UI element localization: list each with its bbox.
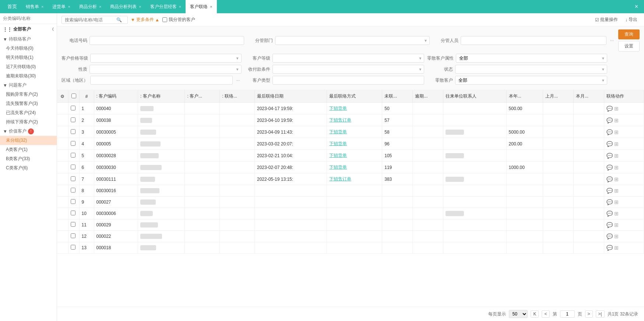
message-icon[interactable]: 💬 xyxy=(606,199,613,205)
filter-price-level-select[interactable] xyxy=(90,54,242,63)
message-icon[interactable]: 💬 xyxy=(606,245,613,251)
sidebar-item-tomorrow[interactable]: 明天待联络(1) xyxy=(0,53,57,62)
select-all-checkbox[interactable] xyxy=(71,94,76,98)
tab-customer-segment[interactable]: 客户分层经客 × xyxy=(146,0,186,13)
my-customers-check[interactable] xyxy=(162,17,167,22)
tab-product-analysis[interactable]: 商品分析 × xyxy=(75,0,106,13)
search-icon[interactable]: 🔍 xyxy=(116,17,122,22)
menu-icon[interactable]: ⊞ xyxy=(614,199,619,205)
close-product-analysis-list-tab[interactable]: × xyxy=(139,4,141,9)
page-input[interactable] xyxy=(560,310,575,318)
menu-icon[interactable]: ⊞ xyxy=(614,233,619,239)
filter-nature-select[interactable] xyxy=(89,65,242,74)
sidebar-item-abnormal[interactable]: 囤购异常客户(2) xyxy=(0,90,57,99)
row-checkbox[interactable] xyxy=(68,173,79,185)
filter-manager-input[interactable] xyxy=(461,36,606,45)
filter-region-dots[interactable]: ··· xyxy=(235,78,242,83)
sidebar-item-class-b[interactable]: B类客户(33) xyxy=(0,154,57,163)
sidebar-search-input[interactable] xyxy=(3,16,57,21)
col-checkbox[interactable] xyxy=(68,90,79,103)
reset-button[interactable]: 设置 xyxy=(618,41,640,52)
batch-operation-btn[interactable]: ☑ 批量操作 xyxy=(593,15,620,24)
message-icon[interactable]: 💬 xyxy=(606,176,613,182)
sidebar-problem-customers-group[interactable]: ▼ 问题客户 xyxy=(0,81,57,90)
row-checkbox[interactable] xyxy=(68,208,79,219)
menu-icon[interactable]: ⊞ xyxy=(614,211,619,216)
message-icon[interactable]: 💬 xyxy=(606,188,613,194)
filter-manager-dots[interactable]: ··· xyxy=(609,38,615,43)
row-checkbox[interactable] xyxy=(68,219,79,231)
menu-icon[interactable]: ⊞ xyxy=(614,188,619,194)
menu-icon[interactable]: ⊞ xyxy=(614,117,619,123)
filter-dept-select[interactable] xyxy=(275,36,430,45)
menu-icon[interactable]: ⊞ xyxy=(614,106,619,112)
row-checkbox[interactable] xyxy=(68,103,79,114)
query-button[interactable]: 查询 xyxy=(618,29,640,39)
sidebar-item-7days[interactable]: 近7天待联络(0) xyxy=(0,62,57,71)
close-purchase-tab[interactable]: × xyxy=(68,4,70,9)
filter-status-select[interactable] xyxy=(455,65,607,74)
filter-customer-level-select[interactable] xyxy=(272,54,425,63)
row-checkbox[interactable] xyxy=(68,126,79,138)
filter-customer-type-input[interactable] xyxy=(272,76,425,85)
row-checkbox[interactable] xyxy=(68,197,79,208)
sidebar-pending-contact-group[interactable]: ▼ 待联络客户 xyxy=(0,35,57,44)
menu-icon[interactable]: ⊞ xyxy=(614,165,619,170)
filter-payment-select[interactable] xyxy=(272,65,425,74)
message-icon[interactable]: 💬 xyxy=(606,117,613,123)
menu-icon[interactable]: ⊞ xyxy=(614,153,619,159)
filter-retail-customer-select[interactable]: 全部 xyxy=(455,76,607,85)
message-icon[interactable]: 💬 xyxy=(606,141,613,147)
menu-icon[interactable]: ⊞ xyxy=(614,129,619,135)
message-icon[interactable]: 💬 xyxy=(606,165,613,170)
sidebar-value-customers-group[interactable]: ▼ 价值客户 ! xyxy=(0,127,57,136)
tab-product-analysis-list[interactable]: 商品分析列表 × xyxy=(106,0,145,13)
filter-phone-input[interactable] xyxy=(89,36,244,45)
sidebar-all-customers[interactable]: ⋮⋮ 全部客户 《 xyxy=(0,24,57,35)
menu-icon[interactable]: ⊞ xyxy=(614,141,619,147)
tab-purchase[interactable]: 进货单 × xyxy=(48,0,74,13)
search-input[interactable] xyxy=(65,17,116,22)
sidebar-item-declining[interactable]: 持续下滑客户(2) xyxy=(0,117,57,127)
sidebar-item-overdue[interactable]: 逾期未联络(30) xyxy=(0,71,57,81)
col-settings[interactable]: ⚙ xyxy=(57,90,68,103)
message-icon[interactable]: 💬 xyxy=(606,211,613,216)
window-close-button[interactable]: × xyxy=(632,3,641,10)
tab-customer-contact[interactable]: 客户联络 × xyxy=(186,0,217,13)
filter-region-input[interactable] xyxy=(90,76,233,85)
sidebar-item-churn-warning[interactable]: 流失预警客户(3) xyxy=(0,99,57,108)
more-conditions-btn[interactable]: ▼ 更多条件 ▲ xyxy=(131,17,159,23)
message-icon[interactable]: 💬 xyxy=(606,222,613,228)
row-checkbox[interactable] xyxy=(68,231,79,242)
close-sales-tab[interactable]: × xyxy=(41,4,43,9)
message-icon[interactable]: 💬 xyxy=(606,233,613,239)
row-checkbox[interactable] xyxy=(68,242,79,254)
row-checkbox[interactable] xyxy=(68,114,79,126)
last-page-btn[interactable]: >| xyxy=(596,310,605,318)
close-customer-segment-tab[interactable]: × xyxy=(179,4,181,9)
menu-icon[interactable]: ⊞ xyxy=(614,176,619,182)
my-customers-checkbox[interactable]: 我分管的客户 xyxy=(162,17,195,23)
message-icon[interactable]: 💬 xyxy=(606,129,613,135)
first-page-btn[interactable]: K xyxy=(531,310,539,318)
nav-home[interactable]: 首页 xyxy=(3,3,21,10)
message-icon[interactable]: 💬 xyxy=(606,153,613,159)
row-checkbox[interactable] xyxy=(68,150,79,162)
sidebar-item-today[interactable]: 今天待联络(0) xyxy=(0,44,57,53)
sidebar-item-class-a[interactable]: A类客户(1) xyxy=(0,145,57,154)
close-product-analysis-tab[interactable]: × xyxy=(99,4,101,9)
sidebar-item-ungroup[interactable]: 未分组(32) xyxy=(0,136,57,145)
next-page-btn[interactable]: > xyxy=(585,310,593,318)
tab-sales[interactable]: 销售单 × xyxy=(21,0,48,13)
filter-retail-attr-select[interactable]: 全部 xyxy=(456,54,607,63)
menu-icon[interactable]: ⊞ xyxy=(614,222,619,228)
sidebar-item-churned[interactable]: 已流失客户(24) xyxy=(0,108,57,117)
prev-page-btn[interactable]: < xyxy=(542,310,549,318)
row-checkbox[interactable] xyxy=(68,185,79,197)
per-page-select[interactable]: 50 20 100 xyxy=(509,310,528,318)
menu-icon[interactable]: ⊞ xyxy=(614,245,619,251)
export-btn[interactable]: ↓ 导出 xyxy=(623,15,640,24)
row-checkbox[interactable] xyxy=(68,162,79,173)
sidebar-item-class-c[interactable]: C类客户(6) xyxy=(0,163,57,173)
close-customer-contact-tab[interactable]: × xyxy=(210,4,212,9)
